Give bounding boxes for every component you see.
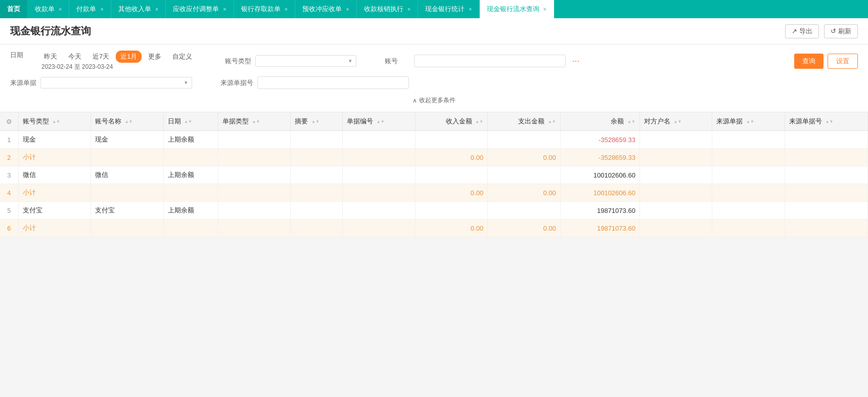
table-area: ⚙ 账号类型 ▲▼ 账号名称 ▲▼ 日期 ▲▼ 单据类型 ▲▼ [0,112,868,237]
nav-tab-close[interactable]: × [155,0,158,18]
row-account-name [91,149,164,166]
row-expense: 0.00 [488,149,561,166]
row-doc-type [218,202,291,219]
nav-tab-liushui[interactable]: 现金银行流水查询 × [480,0,554,18]
row-doc-no [343,202,416,219]
nav-tab-close-active[interactable]: × [543,0,546,18]
nav-tab-close[interactable]: × [285,0,288,18]
table-row: 1 现金 现金 上期余额 -3528659.33 [0,131,868,149]
date-btn-7days[interactable]: 近7天 [88,51,114,63]
account-type-select[interactable]: ▾ [255,55,356,67]
sort-icon-10[interactable]: ▲▼ [674,120,682,124]
row-balance: 100102606.60 [560,166,639,184]
row-balance: 19871073.60 [560,219,639,237]
row-counterparty [639,219,712,237]
sort-icon-4[interactable]: ▲▼ [252,120,260,124]
page-header: 现金银行流水查询 ↗ 导出 ↺ 刷新 [0,18,868,45]
sort-icon-3[interactable]: ▲▼ [184,120,192,124]
export-label: 导出 [799,27,812,36]
account-label: 账号 [385,57,410,66]
row-date: 上期余额 [163,202,218,219]
refresh-label: 刷新 [838,27,851,36]
nav-home[interactable]: 首页 [0,0,28,18]
export-button[interactable]: ↗ 导出 [785,24,819,38]
nav-tab-close[interactable]: × [100,0,103,18]
settings-button[interactable]: 设置 [828,54,858,69]
source-doc-no-label: 来源单据号 [220,78,253,87]
sort-icon-8[interactable]: ▲▼ [548,120,556,124]
filter-area: 日期 昨天 今天 近7天 近1月 更多 自定义 2023-02-24 至 202… [0,45,868,112]
sort-icon-9[interactable]: ▲▼ [627,120,635,124]
date-btn-1month[interactable]: 近1月 [116,51,142,63]
nav-tab-shoukuan[interactable]: 收款单 × [28,0,69,18]
row-source-doc-no [785,131,867,149]
chevron-down-icon: ▾ [349,58,352,64]
sort-icon[interactable]: ▲▼ [52,120,60,124]
row-counterparty [639,131,712,149]
date-btn-more[interactable]: 更多 [144,51,166,63]
chevron-down-icon-2: ▾ [185,79,188,86]
sort-icon-11[interactable]: ▲▼ [746,120,754,124]
col-gear[interactable]: ⚙ [0,112,18,131]
collapse-bar[interactable]: ∧ 收起更多条件 [10,94,858,108]
row-account-type: 小计 [18,149,91,166]
row-counterparty [639,184,712,202]
query-button[interactable]: 查询 [794,54,824,69]
row-balance: 100102606.60 [560,184,639,202]
row-doc-no [343,219,416,237]
nav-tab-qita[interactable]: 其他收入单 × [111,0,166,18]
row-expense [488,131,561,149]
nav-home-label: 首页 [7,0,20,18]
nav-tab-close[interactable]: × [407,0,410,18]
row-num: 3 [0,166,18,184]
row-expense: 0.00 [488,184,561,202]
row-counterparty [639,149,712,166]
nav-tab-hexiao[interactable]: 收款核销执行 × [357,0,418,18]
source-doc-no-input[interactable] [257,76,409,89]
nav-tab-yinhang[interactable]: 银行存取款单 × [234,0,295,18]
sort-icon-2[interactable]: ▲▼ [125,120,133,124]
table-header-row: ⚙ 账号类型 ▲▼ 账号名称 ▲▼ 日期 ▲▼ 单据类型 ▲▼ [0,112,868,131]
account-dots[interactable]: ··· [572,56,579,66]
row-doc-type [218,219,291,237]
row-source-doc [712,149,785,166]
row-expense: 0.00 [488,219,561,237]
sort-icon-7[interactable]: ▲▼ [475,120,483,124]
row-source-doc-no [785,202,867,219]
nav-tab-yushou[interactable]: 预收冲应收单 × [295,0,356,18]
row-account-type: 现金 [18,131,91,149]
table-row: 4 小计 0.00 0.00 100102606.60 [0,184,868,202]
date-btn-yesterday[interactable]: 昨天 [39,51,62,63]
col-counterparty: 对方户名 ▲▼ [639,112,712,131]
sort-icon-6[interactable]: ▲▼ [377,120,385,124]
source-doc-select[interactable]: ▾ [40,77,192,89]
date-btn-custom[interactable]: 自定义 [168,51,197,63]
row-counterparty [639,202,712,219]
sort-icon-5[interactable]: ▲▼ [311,120,319,124]
nav-tab-fukuan[interactable]: 付款单 × [69,0,111,18]
refresh-icon: ↺ [831,27,836,35]
nav-tab-close[interactable]: × [223,0,226,18]
nav-tab-label: 付款单 [76,0,96,18]
row-income [415,131,488,149]
row-source-doc [712,219,785,237]
row-date [163,184,218,202]
refresh-button[interactable]: ↺ 刷新 [824,24,858,38]
row-source-doc [712,131,785,149]
nav-tab-close[interactable]: × [469,0,472,18]
account-input[interactable] [414,55,566,67]
row-counterparty [639,166,712,184]
date-btn-today[interactable]: 今天 [64,51,86,63]
row-account-type: 小计 [18,219,91,237]
row-income [415,202,488,219]
row-doc-type [218,131,291,149]
nav-tab-close[interactable]: × [59,0,62,18]
sort-icon-12[interactable]: ▲▼ [826,120,834,124]
nav-tab-tiaozheng[interactable]: 应收应付调整单 × [166,0,234,18]
nav-tab-close[interactable]: × [346,0,349,18]
nav-tab-tongji[interactable]: 现金银行统计 × [418,0,479,18]
row-account-type: 支付宝 [18,202,91,219]
row-num: 1 [0,131,18,149]
row-income: 0.00 [415,149,488,166]
col-balance: 余额 ▲▼ [560,112,639,131]
